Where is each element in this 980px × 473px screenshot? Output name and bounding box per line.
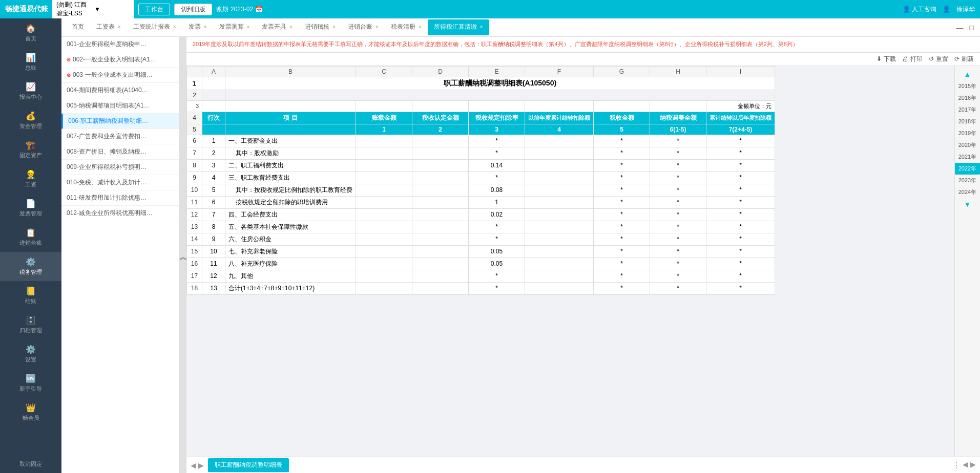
form-list-item-012[interactable]: 012-减免企业所得税优惠明细… [61, 206, 179, 221]
year-2018[interactable]: 2018年 [955, 116, 980, 127]
sidebar-item-ledger[interactable]: 📊 总账 [0, 48, 61, 77]
year-2015[interactable]: 2015年 [955, 80, 980, 92]
form-list-item-010[interactable]: 010-免税、减计收入及加计… [61, 175, 179, 190]
tab-purchase-ledger[interactable]: 进销台账× [342, 19, 385, 35]
tab-purchase-audit[interactable]: 进销稽核× [299, 19, 342, 35]
tab-invoice-calc[interactable]: 发票测算× [213, 19, 256, 35]
archive-icon: 🗄️ [26, 315, 36, 325]
year-2019[interactable]: 2019年 [955, 127, 980, 139]
sidebar-item-tax[interactable]: ⚙️ 税务管理 [0, 252, 61, 281]
spreadsheet-container: A B C D E F G H I [186, 66, 980, 457]
calendar-icon[interactable]: 📅 [255, 6, 263, 13]
sidebar-item-guide[interactable]: 🆕 新手引导 [0, 369, 61, 398]
old-version-button[interactable]: 切到旧版 [174, 4, 212, 15]
tab-close-salary-report[interactable]: × [173, 24, 176, 30]
form-list-item-003[interactable]: ⊗ 003-一般企业成本支出明细… [61, 68, 179, 83]
form-list-item-011[interactable]: 011-研发费用加计扣除优惠… [61, 190, 179, 206]
form-list-item-006[interactable]: 006-职工薪酬纳税调整明细… [61, 114, 179, 129]
tab-minimize-btn[interactable]: — [954, 23, 966, 33]
sidebar-item-member[interactable]: 👑 畅会员 [0, 398, 61, 427]
sidebar-item-report[interactable]: 📈 报表中心 [0, 77, 61, 106]
salary-icon: 👷 [26, 169, 36, 179]
unit-cell: 金额单位：元 [706, 100, 775, 112]
header-col-G: 税收全额 [594, 112, 650, 124]
spreadsheet-inner[interactable]: A B C D E F G H I [186, 66, 954, 457]
row-2: 2 [187, 90, 775, 100]
tab-salary-sheet[interactable]: 工资表× [90, 19, 127, 35]
year-nav-up[interactable]: ▲ [962, 68, 973, 80]
year-2023[interactable]: 2023年 [955, 175, 980, 186]
tab-close-salary-sheet[interactable]: × [118, 24, 121, 30]
tab-tax-list[interactable]: 税表清册× [385, 19, 428, 35]
tab-close-invoice-open[interactable]: × [289, 24, 293, 30]
print-button[interactable]: 🖨 打印 [902, 55, 923, 63]
sidebar-label-guide: 新手引导 [19, 385, 42, 393]
year-2022[interactable]: 2022年 [955, 163, 980, 175]
sidebar-item-purchase-sales[interactable]: 📋 进销台账 [0, 223, 61, 252]
tab-close-invoice-calc[interactable]: × [247, 24, 250, 30]
table-row: 18 13 合计(1+3+4+7+8+9+10+11+12) * * * [187, 282, 775, 294]
year-2024[interactable]: 2024年 [955, 186, 980, 198]
col-G-header: G [594, 66, 650, 77]
tab-income-tax[interactable]: 所得税汇算清缴× [428, 19, 489, 35]
sheet-tab-salary-adjustment[interactable]: 职工薪酬纳税调整明细表 [208, 458, 289, 472]
sidebar-item-settings[interactable]: ⚙️ 设置 [0, 339, 61, 369]
tab-close-tax-list[interactable]: × [419, 24, 422, 30]
tab-maximize-btn[interactable]: □ [968, 23, 976, 33]
year-2017[interactable]: 2017年 [955, 104, 980, 116]
col-num-I: 7(2+4-5) [706, 124, 775, 135]
form-list-item-002[interactable]: ⊗ 002-一般企业收入明细表(A1… [61, 52, 179, 68]
form-label-003: 003-一般企业成本支出明细… [73, 71, 153, 79]
refresh-button[interactable]: ⟳ 刷新 [954, 55, 974, 63]
tab-close-purchase-ledger[interactable]: × [376, 24, 379, 30]
workspace-button[interactable]: 工作台 [138, 4, 170, 15]
download-button[interactable]: ⬇ 下载 [877, 55, 896, 63]
form-list-item-001[interactable]: 001-企业所得税年度纳税申… [61, 37, 179, 52]
sidebar-label-archive: 归档管理 [19, 327, 42, 334]
table-row: 13 8 五、各类基本社会保障性缴款 * * * * [187, 221, 775, 233]
tab-invoice-open[interactable]: 发票开具× [256, 19, 299, 35]
company-selector[interactable]: (勿删) 江西碧宝-LSS ▼ [52, 0, 134, 19]
support-link[interactable]: 👤 人工客询 [903, 5, 936, 14]
form-list-item-009[interactable]: 009-企业所得税税补亏损明… [61, 160, 179, 175]
year-nav-down[interactable]: ▼ [962, 198, 973, 210]
year-2021[interactable]: 2021年 [955, 151, 980, 163]
sidebar-cancel-fixed[interactable]: 取消固定 [0, 455, 61, 473]
sidebar-item-salary[interactable]: 👷 工资 [0, 164, 61, 193]
sheet-scroll-right[interactable]: ▶ [198, 461, 204, 469]
sidebar-item-fund[interactable]: 💰 资金管理 [0, 106, 61, 135]
col-F-header: F [525, 66, 594, 77]
tab-salary-report[interactable]: 工资统计报表× [127, 19, 182, 35]
sidebar-item-home[interactable]: 🏠 首页 [0, 18, 61, 48]
period-info: 账期 2023-02 📅 [216, 5, 263, 14]
top-bar: 畅捷通易代账 (勿删) 江西碧宝-LSS ▼ 工作台 切到旧版 账期 2023-… [0, 0, 980, 18]
row-1-num: 1 [187, 77, 202, 90]
tab-close-invoice[interactable]: × [204, 24, 207, 30]
sidebar-item-asset[interactable]: 🏗️ 固定资产 [0, 135, 61, 164]
sidebar-label-close: 结账 [25, 297, 36, 305]
sheet-scroll-left[interactable]: ◀ [191, 461, 196, 469]
collapse-panel-button[interactable]: 《 [179, 37, 186, 473]
year-2016[interactable]: 2016年 [955, 92, 980, 104]
sheet-scroll-far-right[interactable]: ▶ [970, 460, 976, 470]
form-list-item-004[interactable]: 004-期间费用明细表(A1040… [61, 83, 179, 98]
year-2020[interactable]: 2020年 [955, 139, 980, 151]
reset-button[interactable]: ↺ 重置 [929, 55, 948, 63]
sidebar-item-archive[interactable]: 🗄️ 归档管理 [0, 310, 61, 339]
sidebar-item-invoice[interactable]: 📄 发票管理 [0, 193, 61, 223]
tab-invoice[interactable]: 发票× [182, 19, 213, 35]
form-label-010: 010-免税、减计收入及加计… [67, 178, 147, 187]
sidebar-item-close[interactable]: 📒 结账 [0, 281, 61, 310]
tab-close-income-tax[interactable]: × [480, 24, 483, 30]
tab-close-purchase-audit[interactable]: × [332, 24, 336, 30]
download-label: 下载 [884, 55, 896, 63]
user-avatar: 👤 [943, 6, 950, 13]
form-list-item-005[interactable]: 005-纳税调整项目明细表(A1… [61, 98, 179, 114]
col-header-row-4: 4 行次 项 目 账载金额 税收认定金额 税收规定扣除率 以前年度累计结转扣除额… [187, 112, 775, 124]
error-icon-002: ⊗ [67, 57, 71, 62]
sheet-more-icon[interactable]: ⋮ [952, 460, 961, 470]
tab-home[interactable]: 首页 [66, 19, 90, 35]
sheet-scroll-far-left[interactable]: ◀ [963, 460, 968, 470]
form-list-item-008[interactable]: 008-资产折旧、摊销及纳税… [61, 144, 179, 160]
form-list-item-007[interactable]: 007-广告费和业务宣传费扣… [61, 129, 179, 144]
